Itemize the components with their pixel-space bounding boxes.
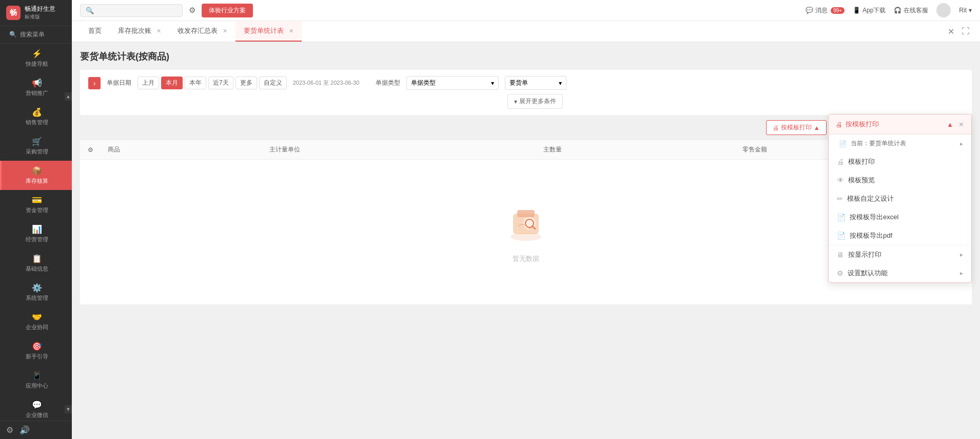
sound-icon[interactable]: 🔊 — [19, 425, 30, 435]
template-design-item[interactable]: ✏ 模板自定义设计 — [829, 189, 971, 208]
dropdown-header: 🖨 按模板打印 ▲ ✕ — [829, 114, 971, 135]
design-icon: ✏ — [837, 195, 843, 203]
template-export-pdf-item[interactable]: 📄 按模板导出pdf — [829, 226, 971, 245]
sidebar-item-shortcut[interactable]: ⚡ 快捷导航 — [0, 44, 72, 73]
sidebar-item-label: 库存核算 — [26, 177, 48, 185]
user-name[interactable]: Rit ▾ — [959, 7, 972, 14]
table-col-checkbox: ⚙ — [80, 140, 101, 160]
sidebar-item-wechat[interactable]: 💬 企业微信 — [0, 395, 72, 421]
bell-icon: 💬 — [806, 7, 813, 14]
sidebar-item-purchase[interactable]: 🛒 采购管理 — [0, 131, 72, 161]
sidebar-item-sales[interactable]: 💰 销售管理 — [0, 102, 72, 131]
chevron-up-icon[interactable]: ▲ — [947, 121, 953, 128]
template-preview-item[interactable]: 👁 模板预览 — [829, 171, 971, 189]
default-icon: ⚙ — [837, 269, 844, 277]
date-btn-more[interactable]: 更多 — [236, 77, 257, 89]
purchase-icon: 🛒 — [32, 137, 42, 146]
sidebar-item-finance[interactable]: 💳 资金管理 — [0, 190, 72, 219]
svg-rect-2 — [517, 210, 535, 217]
marketing-icon: 📢 — [32, 78, 42, 88]
scroll-up-btn[interactable]: ▲ — [65, 92, 72, 101]
template-export-excel-item[interactable]: 📄 按模板导出excel — [829, 208, 971, 226]
tab-close-order-stats[interactable]: ✕ — [289, 28, 293, 34]
tab-order-stats[interactable]: 要货单统计表 ✕ — [236, 21, 302, 42]
type-label: 单据类型 — [376, 79, 400, 87]
settings-icon[interactable]: ⚙ — [88, 146, 93, 154]
excel-icon: 📄 — [837, 213, 846, 221]
sidebar-search[interactable]: 🔍 搜索菜单 — [0, 26, 72, 44]
filter-fields: 单据日期 上月 本月 本年 近7天 更多 自定义 2023-06-01 至 20… — [107, 76, 964, 109]
chevron-down-icon: ▾ — [559, 80, 562, 87]
wechat-icon: 💬 — [32, 400, 42, 410]
avatar[interactable] — [936, 3, 951, 17]
dropdown-section-template: 🖨 模板打印 👁 模板预览 ✏ 模板自定义设计 📄 按模板导出excel 📄 — [829, 152, 971, 245]
sidebar-item-inventory[interactable]: 📦 库存核算 — [0, 161, 72, 190]
date-btn-this-year[interactable]: 本年 — [185, 77, 206, 89]
settings-icon[interactable]: ⚙ — [6, 425, 13, 435]
table-col-unit: 主计量单位 — [262, 140, 536, 160]
scroll-down-btn[interactable]: ▼ — [65, 405, 72, 413]
headset-icon: 🎧 — [894, 7, 901, 14]
chevron-down-icon: ▾ — [491, 80, 494, 87]
sidebar-item-basic[interactable]: 📋 基础信息 — [0, 249, 72, 278]
tabs-right-controls: ✕ ⛶ — [946, 25, 972, 39]
industry-solution-button[interactable]: 体验行业方案 — [202, 4, 253, 17]
tab-close-receipt-summary[interactable]: ✕ — [223, 28, 227, 34]
phone-icon: 📱 — [853, 7, 860, 14]
sidebar-item-system[interactable]: ⚙️ 系统管理 — [0, 278, 72, 307]
tab-expand-icon[interactable]: ⛶ — [959, 25, 972, 38]
sidebar-item-marketing[interactable]: 📢 营销推广 — [0, 73, 72, 102]
topbar-search-box[interactable]: 🔍 — [80, 4, 183, 17]
online-service-btn[interactable]: 🎧 在线客服 — [894, 6, 928, 15]
type-select[interactable]: 单据类型 ▾ — [406, 76, 499, 90]
goods-filter-select[interactable]: 要货单 ▾ — [505, 76, 566, 90]
operation-icon: 📊 — [32, 224, 42, 234]
topbar-right: 💬 消息 99+ 📱 App下载 🎧 在线客服 Rit ▾ — [806, 3, 972, 17]
sidebar-item-collab[interactable]: 🤝 企业协同 — [0, 307, 72, 336]
current-template-item[interactable]: 📄 当前：要货单统计表 ▸ — [829, 135, 971, 152]
table-col-goods: 商品 — [101, 140, 262, 160]
empty-text: 暂无数据 — [513, 254, 539, 263]
display-print-item[interactable]: 🖥 按显示打印 ▸ — [829, 245, 971, 264]
search-icon: 🔍 — [9, 31, 17, 38]
chevron-right-icon: › — [93, 79, 96, 87]
sidebar-item-label: 资金管理 — [26, 206, 48, 214]
sidebar-item-operation[interactable]: 📊 经营管理 — [0, 219, 72, 249]
sidebar-item-label: 采购管理 — [26, 148, 48, 156]
notifications-btn[interactable]: 💬 消息 99+ — [806, 6, 845, 15]
empty-icon — [503, 201, 549, 247]
app-download-btn[interactable]: 📱 App下载 — [853, 6, 886, 15]
print-button[interactable]: 🖨 按模板打印 ▲ — [766, 120, 827, 135]
tabs-bar: 首页 库存批次账 ✕ 收发存汇总表 ✕ 要货单统计表 ✕ ✕ ⛶ — [72, 21, 980, 42]
basic-icon: 📋 — [32, 254, 42, 263]
tab-close-batch-account[interactable]: ✕ — [156, 28, 161, 34]
tab-batch-account[interactable]: 库存批次账 ✕ — [110, 21, 169, 42]
date-btn-last-month[interactable]: 上月 — [138, 77, 159, 89]
date-buttons: 上月 本月 本年 近7天 更多 自定义 — [138, 77, 287, 89]
sidebar-item-label: 基础信息 — [26, 265, 48, 273]
date-btn-custom[interactable]: 自定义 — [259, 77, 287, 89]
expand-row: ▾ 展开更多条件 — [107, 94, 964, 109]
expand-more-button[interactable]: ▾ 展开更多条件 — [507, 94, 563, 109]
set-default-item[interactable]: ⚙ 设置默认功能 ▸ — [829, 264, 971, 282]
app-icon: 📱 — [32, 371, 42, 380]
date-btn-this-month[interactable]: 本月 — [161, 77, 183, 89]
sidebar-item-app[interactable]: 📱 应用中心 — [0, 366, 72, 395]
filter-expand-button[interactable]: › — [88, 77, 101, 89]
sidebar-item-guide[interactable]: 🎯 新手引导 — [0, 336, 72, 366]
template-print-item[interactable]: 🖨 模板打印 — [829, 152, 971, 171]
date-btn-7days[interactable]: 近7天 — [208, 77, 233, 89]
collab-icon: 🤝 — [32, 312, 42, 322]
topbar-gear-icon[interactable]: ⚙ — [189, 6, 195, 15]
tab-close-all-icon[interactable]: ✕ — [946, 25, 956, 39]
notification-badge: 99+ — [831, 7, 845, 14]
sidebar-item-label: 销售管理 — [26, 119, 48, 126]
search-input[interactable] — [97, 7, 169, 14]
filter-row-date: 单据日期 上月 本月 本年 近7天 更多 自定义 2023-06-01 至 20… — [107, 76, 964, 90]
filter-bar: › 单据日期 上月 本月 本年 近7天 更多 自定义 2023-06-01 至 … — [80, 70, 972, 115]
tab-receipt-summary[interactable]: 收发存汇总表 ✕ — [169, 21, 236, 42]
tab-home[interactable]: 首页 — [80, 21, 110, 42]
chevron-right-icon: ▸ — [960, 270, 963, 277]
close-icon[interactable]: ✕ — [958, 121, 964, 128]
page-content: 要货单统计表(按商品) › 单据日期 上月 本月 本年 近7天 更多 自定义 — [72, 42, 980, 439]
